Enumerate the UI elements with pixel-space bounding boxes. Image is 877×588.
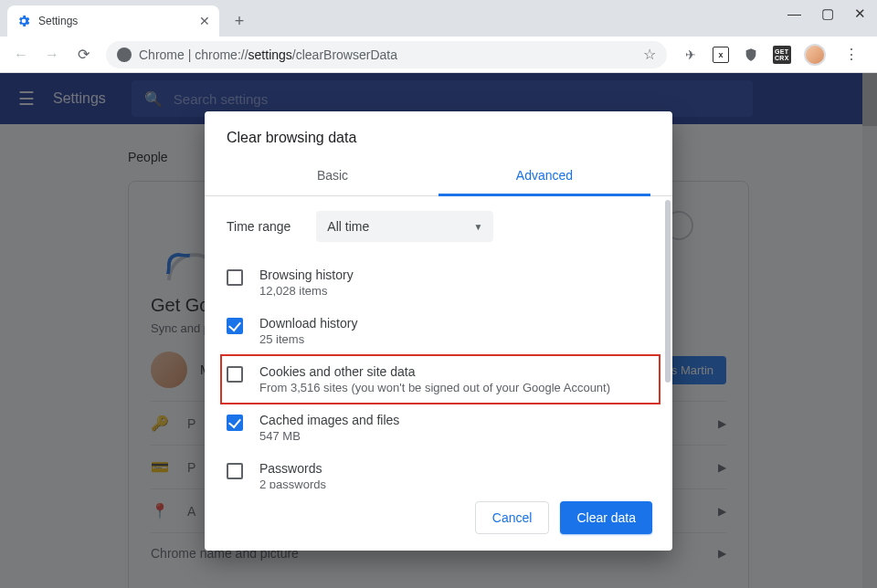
extension-icon[interactable]: ✈ [682, 46, 700, 64]
checkbox[interactable] [227, 269, 243, 286]
new-tab-button[interactable]: + [227, 8, 252, 34]
tab-basic[interactable]: Basic [227, 157, 438, 195]
clear-data-option[interactable]: Cookies and other site dataFrom 3,516 si… [221, 355, 660, 404]
tab-title: Settings [38, 15, 192, 27]
close-icon[interactable]: ✕ [199, 14, 210, 28]
option-sublabel: From 3,516 sites (you won't be signed ou… [259, 381, 610, 394]
extension-getcrx-icon[interactable]: GET CRX [773, 46, 791, 64]
checkbox[interactable] [227, 318, 243, 334]
tab-advanced[interactable]: Advanced [438, 157, 650, 196]
checkbox[interactable] [227, 366, 243, 383]
clear-data-option[interactable]: Cached images and files547 MB [227, 404, 650, 452]
profile-avatar[interactable] [804, 44, 826, 66]
option-label: Browsing history [259, 268, 354, 282]
option-sublabel: 25 items [259, 332, 357, 346]
dialog-scrollbar[interactable] [665, 200, 671, 383]
time-range-label: Time range [227, 219, 291, 234]
option-sublabel: 547 MB [259, 429, 399, 443]
checkbox[interactable] [227, 463, 243, 479]
checkbox[interactable] [227, 415, 243, 431]
address-bar[interactable]: Chrome | chrome://settings/clearBrowserD… [106, 41, 667, 68]
option-label: Download history [259, 316, 357, 331]
window-maximize[interactable]: ▢ [821, 5, 834, 22]
tab-strip: Settings ✕ + [0, 0, 877, 37]
option-label: Cookies and other site data [259, 364, 610, 379]
chrome-menu-button[interactable]: ⋮ [839, 46, 864, 63]
clear-data-option[interactable]: Passwords2 passwords [227, 452, 650, 488]
time-range-select[interactable]: All time ▼ [316, 211, 493, 242]
url-text: Chrome | chrome://settings/clearBrowserD… [139, 47, 397, 62]
option-label: Cached images and files [259, 413, 399, 427]
dialog-tabs: Basic Advanced [205, 157, 672, 196]
window-minimize[interactable]: — [787, 5, 801, 22]
browser-toolbar: ← → ⟳ Chrome | chrome://settings/clearBr… [0, 37, 877, 73]
clear-data-button[interactable]: Clear data [560, 501, 652, 534]
extension-shield-icon[interactable] [742, 46, 760, 64]
cancel-button[interactable]: Cancel [475, 501, 550, 534]
bookmark-star-icon[interactable]: ☆ [643, 46, 656, 63]
clear-data-option[interactable]: Download history25 items [227, 307, 650, 355]
browser-tab[interactable]: Settings ✕ [7, 5, 219, 37]
extension-icon[interactable]: x [713, 47, 729, 63]
forward-button[interactable]: → [38, 41, 66, 68]
dialog-title: Clear browsing data [227, 130, 650, 146]
clear-browsing-data-dialog: Clear browsing data Basic Advanced Time … [205, 111, 672, 551]
reload-button[interactable]: ⟳ [69, 41, 97, 68]
gear-icon [16, 14, 31, 28]
site-info-icon[interactable] [117, 47, 132, 62]
option-sublabel: 12,028 items [259, 284, 354, 298]
option-label: Passwords [259, 461, 326, 476]
chevron-down-icon: ▼ [473, 222, 482, 232]
clear-data-option[interactable]: Browsing history12,028 items [227, 258, 650, 307]
window-close[interactable]: ✕ [854, 5, 866, 22]
option-sublabel: 2 passwords [259, 478, 326, 488]
back-button[interactable]: ← [7, 41, 35, 68]
